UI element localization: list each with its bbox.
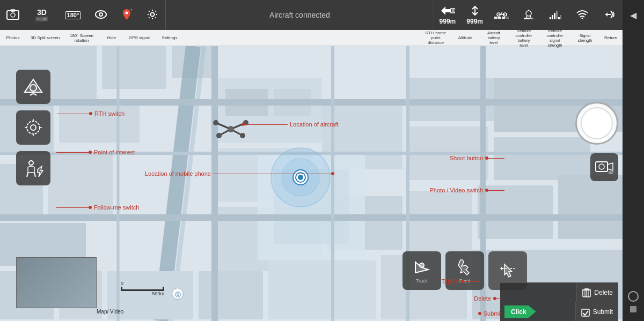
svg-rect-41	[59, 105, 140, 143]
svg-point-80	[298, 175, 303, 180]
svg-point-23	[526, 11, 531, 16]
toolbar-gps-btn[interactable]	[114, 0, 140, 30]
tapfly-track-btn[interactable]: Track	[402, 251, 441, 290]
svg-rect-62	[199, 271, 263, 319]
map-video-preview[interactable]	[16, 257, 97, 308]
gps-label: GPS signal	[125, 34, 155, 41]
record-indicator	[628, 291, 639, 302]
svg-marker-9	[441, 6, 451, 15]
rth-dist-label: RTH homepointdistance	[420, 29, 452, 46]
svg-rect-38	[102, 46, 166, 89]
labels-bar: Photos 3D Split screen 180° Screenrotati…	[0, 30, 623, 46]
svg-text:REC: REC	[609, 171, 614, 175]
svg-point-8	[151, 12, 155, 16]
photos-icon	[6, 9, 19, 21]
aircraft-battery-status	[488, 7, 515, 24]
rth-distance-status: 999m	[434, 3, 462, 27]
shoot-panel: REC	[575, 102, 618, 181]
small-square-indicator	[630, 306, 636, 312]
svg-line-95	[34, 173, 35, 177]
svg-rect-20	[498, 17, 501, 19]
rc-signal-label: Remotecontrollersignalstrength	[539, 27, 571, 49]
rotation-icon: 180°	[65, 11, 82, 19]
svg-rect-22	[506, 17, 509, 19]
svg-rect-29	[550, 17, 551, 19]
track-label: Track	[416, 278, 428, 283]
action-panel: Delete Click Submit	[500, 282, 618, 321]
follow-me-btn[interactable]	[16, 151, 50, 185]
shoot-button[interactable]	[575, 102, 618, 145]
svg-rect-33	[558, 17, 560, 19]
svg-point-88	[240, 133, 245, 138]
gps-icon	[120, 8, 133, 23]
3d-icon: 3D	[37, 9, 47, 16]
location-compass-btn[interactable]: ◎	[172, 288, 184, 300]
signal-strength-status	[569, 8, 596, 23]
signal-strength-label: Signalstrength	[571, 32, 599, 44]
aircraft-bat-label: Aircraftbatterylevel	[479, 29, 509, 46]
toolbar-180-btn[interactable]: 180°	[58, 0, 88, 30]
rc-bat-label: Remotecontrollerbatterylevel	[509, 27, 539, 49]
svg-rect-34	[560, 15, 561, 19]
view-badge: VIEW	[35, 17, 48, 21]
hide-label: Hide	[99, 34, 125, 41]
submit-btn[interactable]: Submit	[575, 302, 618, 322]
eye-icon	[94, 10, 107, 21]
svg-rect-60	[558, 175, 623, 239]
toolbar-3d-split-btn[interactable]: 3D VIEW	[26, 0, 58, 30]
rc-battery-status	[515, 7, 542, 24]
return-btn[interactable]	[596, 7, 623, 24]
photos-label: Photos	[0, 34, 26, 41]
altitude-label: Altitude	[452, 34, 479, 41]
svg-rect-19	[494, 17, 497, 19]
3d-split-label: 3D Split screen	[26, 34, 64, 41]
top-toolbar: 3D VIEW 180°	[0, 0, 623, 30]
toolbar-settings-btn[interactable]	[140, 0, 165, 30]
settings-icon	[147, 9, 158, 22]
point-label: Point	[459, 278, 471, 283]
180-label: 180° Screenrotation	[64, 32, 99, 44]
map-container[interactable]: RTH switch Point of interest Follow-me s…	[0, 46, 623, 321]
delete-btn[interactable]: Delete	[576, 283, 618, 302]
svg-point-93	[29, 161, 33, 165]
svg-rect-43	[48, 153, 113, 218]
delete-row: Delete	[500, 282, 618, 302]
svg-point-86	[243, 120, 248, 125]
svg-rect-58	[408, 191, 472, 255]
toolbar-hide-btn[interactable]	[88, 0, 114, 30]
settings-label: Settings	[155, 34, 185, 41]
svg-point-91	[27, 121, 40, 134]
tapfly-point-btn[interactable]: Point	[445, 251, 484, 290]
aircraft-connected-status: Aircraft connected	[165, 0, 434, 30]
submit-btn-label: Submit	[593, 308, 613, 316]
delete-btn-label: Delete	[594, 289, 613, 296]
svg-rect-63	[268, 260, 376, 319]
svg-rect-31	[554, 13, 555, 19]
left-controls	[16, 70, 50, 185]
svg-point-4	[99, 13, 103, 16]
poi-btn[interactable]	[16, 110, 50, 145]
svg-rect-96	[596, 162, 608, 171]
rth-switch-btn[interactable]	[16, 70, 50, 104]
record-circle-icon	[628, 291, 639, 302]
submit-row: Click Submit	[500, 302, 618, 321]
svg-line-7	[131, 9, 132, 10]
svg-point-92	[31, 125, 36, 130]
svg-point-85	[213, 120, 218, 125]
rc-signal-status	[542, 8, 569, 23]
svg-rect-30	[552, 15, 553, 19]
svg-rect-0	[7, 11, 19, 19]
photo-video-switch-btn[interactable]: REC	[590, 153, 618, 181]
svg-point-1	[11, 13, 15, 17]
svg-line-94	[27, 173, 28, 177]
svg-point-35	[582, 18, 583, 19]
svg-rect-21	[502, 17, 505, 19]
svg-rect-59	[478, 185, 553, 239]
collapse-btn[interactable]: ◀	[630, 0, 636, 30]
status-bar: 999m 999m	[434, 0, 623, 30]
altitude-status: 999m	[461, 3, 488, 27]
right-side-panel: ◀	[623, 0, 644, 321]
svg-rect-32	[556, 11, 558, 19]
click-arrow-btn[interactable]: Click	[504, 305, 536, 318]
toolbar-photos-btn[interactable]	[0, 0, 26, 30]
